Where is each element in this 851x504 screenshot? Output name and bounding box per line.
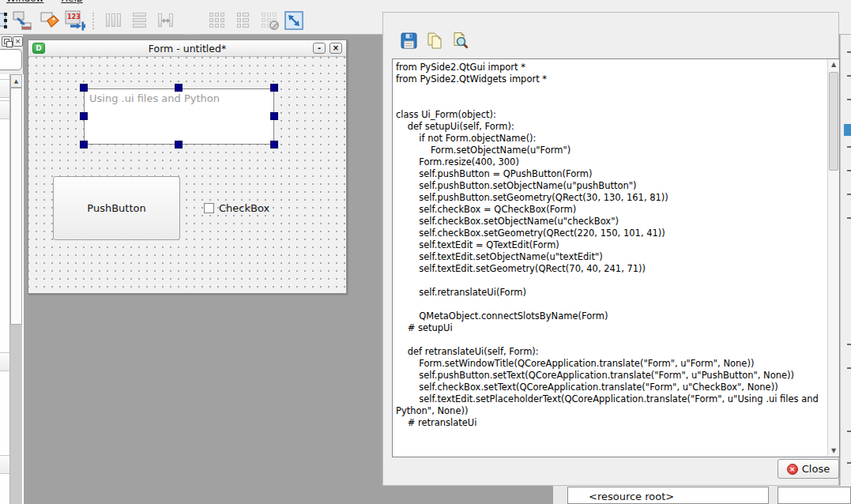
toolbar-separator [92, 13, 94, 29]
scroll-up-icon[interactable]: ▲ [10, 74, 22, 88]
check-box-widget[interactable]: CheckBox [204, 200, 283, 216]
edit-widgets-icon[interactable] [0, 9, 10, 31]
widget-box-item[interactable] [0, 455, 9, 474]
edit-signals-slots-glyph [12, 10, 32, 31]
form-title-bar[interactable]: D Form - untitled* - × [28, 40, 346, 57]
save-icon[interactable] [398, 30, 419, 51]
find-icon[interactable] [450, 30, 470, 51]
edit-widgets-glyph [0, 10, 10, 31]
scroll-up-icon[interactable]: ▲ [828, 59, 839, 70]
close-button[interactable]: × [329, 43, 342, 54]
code-text-area[interactable]: from PySide2.QtGui import * from PySide2… [392, 58, 840, 457]
selection-handle-sw[interactable] [81, 141, 87, 148]
edit-signals-slots-icon[interactable] [11, 9, 32, 31]
no-sign-glyph [269, 21, 279, 30]
form-window-title: Form - untitled* [28, 43, 346, 55]
selection-handle-s[interactable] [175, 141, 182, 148]
adjust-size-icon[interactable] [283, 9, 304, 31]
horizontal-bars-glyph [133, 13, 146, 28]
edit-tab-order-icon[interactable]: 123 [64, 9, 85, 31]
widget-box-item[interactable] [0, 100, 9, 119]
close-red-icon: × [787, 464, 798, 475]
selection-handle-ne[interactable] [271, 85, 277, 91]
widget-filter-input[interactable] [0, 49, 22, 70]
edit-buddies-glyph [40, 10, 60, 31]
widget-box-item[interactable] [0, 352, 9, 371]
lay-out-in-form-layout-icon[interactable] [232, 9, 254, 31]
property-editor-sliver [840, 35, 851, 486]
menu-item-window[interactable]: Window [6, 0, 43, 4]
code-scrollbar[interactable]: ▲ ▼ [827, 59, 839, 457]
widget-box-dock: × ▲ [0, 35, 24, 504]
scrollbar-thumb[interactable] [10, 88, 22, 325]
qt-designer-window: Window Help [0, 0, 851, 504]
dock-close-icon[interactable]: × [13, 36, 23, 47]
grid-glyph [209, 13, 224, 28]
edit-buddies-icon[interactable] [39, 9, 60, 31]
dock-float-icon[interactable] [2, 36, 12, 47]
find-glyph [451, 32, 469, 50]
scrollbar-thumb[interactable] [829, 72, 838, 171]
generated-code: from PySide2.QtGui import * from PySide2… [396, 62, 827, 429]
close-dialog-button[interactable]: × Close [778, 459, 839, 479]
selection-handle-w[interactable] [81, 113, 87, 119]
copy-glyph [426, 32, 444, 50]
lay-out-horizontally-icon[interactable] [103, 9, 124, 31]
widget-box-item[interactable] [0, 79, 9, 98]
resource-tree-panel: <resource root> [567, 487, 769, 504]
push-button-widget[interactable]: PushButton [53, 176, 180, 240]
selection-handle-e[interactable] [271, 113, 277, 119]
floppy-glyph [400, 32, 418, 50]
minimize-button[interactable]: - [313, 43, 326, 54]
text-edit-placeholder: Using .ui files and Python [85, 89, 273, 107]
check-box-indicator[interactable] [204, 203, 214, 213]
widget-box-scrollbar[interactable]: ▲ [9, 74, 22, 504]
vertical-bars-glyph [106, 13, 121, 27]
scroll-down-icon[interactable]: ▼ [828, 446, 839, 457]
lay-out-in-grid-icon[interactable] [206, 9, 228, 31]
form-canvas[interactable]: Using .ui files and Python PushButton Ch… [28, 57, 346, 293]
copy-icon[interactable] [424, 30, 445, 51]
close-button-label: Close [802, 463, 830, 475]
selection-handle-n[interactable] [175, 85, 182, 91]
edit-tab-order-glyph: 123 [64, 9, 85, 31]
text-edit-widget[interactable]: Using .ui files and Python [84, 88, 274, 145]
property-selected-row [844, 124, 851, 136]
resource-root-item[interactable]: <resource root> [568, 487, 768, 502]
check-box-label: CheckBox [219, 202, 269, 214]
form-editor-window: D Form - untitled* - × Using .ui files a… [28, 39, 347, 294]
lay-out-vertically-icon[interactable] [129, 9, 150, 31]
menu-item-help[interactable]: Help [61, 0, 82, 4]
svg-text:123: 123 [67, 13, 81, 21]
form-layout-glyph [237, 13, 249, 28]
push-button-label: PushButton [87, 202, 145, 214]
lay-out-horizontally-in-splitter-icon[interactable]: ↔ [155, 9, 176, 31]
resource-view-panel [778, 487, 851, 504]
code-viewer-dialog: from PySide2.QtGui import * from PySide2… [382, 12, 839, 486]
adjust-size-glyph [284, 10, 304, 31]
selection-handle-nw[interactable] [81, 85, 87, 91]
selection-handle-se[interactable] [271, 141, 277, 148]
break-layout-icon[interactable] [258, 9, 280, 31]
widget-box-list: ▲ [0, 74, 24, 504]
